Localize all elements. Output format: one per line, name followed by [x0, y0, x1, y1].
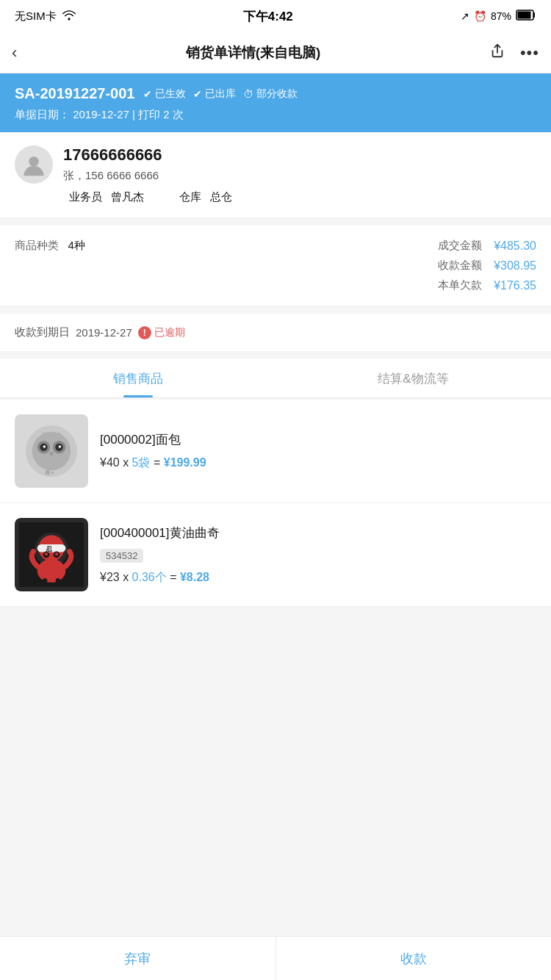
- product-image-2: 忍: [15, 518, 88, 591]
- product-info-1: [0000002]面包 ¥40 x 5袋 = ¥199.99: [100, 431, 536, 471]
- product-price-2: ¥23 x 0.36个 = ¥8.28: [100, 570, 536, 586]
- svg-point-10: [59, 445, 62, 448]
- received-row: 收款金额 ¥308.95: [438, 259, 536, 273]
- status-bar: 无SIM卡 下午4:42 ↗ ⏰ 87%: [0, 0, 551, 32]
- status-right: ↗ ⏰ 87%: [461, 10, 536, 23]
- received-label: 收款金额: [438, 259, 482, 273]
- svg-rect-1: [517, 12, 530, 19]
- tab-settlement[interactable]: 结算&物流等: [276, 359, 551, 397]
- product-total-2: ¥8.28: [180, 571, 209, 583]
- product-price-1: ¥40 x 5袋 = ¥199.99: [100, 455, 536, 471]
- customer-section: 17666666666 张，156 6666 6666 业务员 曾凡杰 仓库 总…: [0, 132, 551, 218]
- debt-row: 本单欠款 ¥176.35: [438, 278, 536, 292]
- battery-label: 87%: [491, 10, 511, 22]
- overdue-icon: !: [138, 326, 151, 339]
- product-unit-price-2: ¥23 x: [100, 571, 132, 583]
- status-left: 无SIM卡: [15, 10, 76, 24]
- tab-products[interactable]: 销售商品: [0, 359, 276, 397]
- svg-point-9: [43, 445, 46, 448]
- product-qty-2: 0.36个: [132, 571, 167, 583]
- overdue-text: 已逾期: [154, 326, 185, 339]
- print-separator: |: [132, 108, 138, 120]
- customer-phone: 17666666666: [63, 145, 536, 165]
- confirm-button[interactable]: 收款: [276, 937, 552, 980]
- order-header: SA-20191227-001 ✔ 已生效 ✔ 已出库 ⏱ 部分收款 单据日期：…: [0, 73, 551, 132]
- badge-partial: ⏱ 部分收款: [243, 87, 298, 101]
- product-total-1: ¥199.99: [164, 456, 206, 469]
- clock-icon: ⏱: [243, 88, 253, 100]
- salesperson-label: 业务员: [69, 190, 102, 203]
- product-qty-1: 5袋: [132, 456, 151, 469]
- amount-label: 成交金额: [438, 239, 482, 253]
- product-thumbnail-2: 忍: [15, 518, 88, 591]
- product-item-2: 忍 [000400001]黄油曲奇 5: [0, 503, 551, 607]
- amount-value: ¥485.30: [494, 239, 536, 253]
- overdue-badge: ! 已逾期: [138, 326, 185, 339]
- check-icon-2: ✔: [193, 88, 202, 100]
- badge-effective: ✔ 已生效: [143, 87, 186, 101]
- check-icon-1: ✔: [143, 88, 152, 100]
- due-date-value: 2019-12-27: [76, 326, 132, 339]
- customer-info: 17666666666 张，156 6666 6666 业务员 曾凡杰 仓库 总…: [63, 145, 536, 204]
- nav-bar: ‹ 销货单详情(来自电脑) •••: [0, 32, 551, 73]
- warehouse-value: 总仓: [210, 190, 232, 203]
- status-time: 下午4:42: [243, 8, 293, 25]
- type-label: 商品种类: [15, 239, 59, 251]
- order-id: SA-20191227-001: [15, 85, 134, 102]
- received-value: ¥308.95: [494, 259, 536, 273]
- svg-point-21: [37, 559, 66, 583]
- customer-name: 张，156 6666 6666: [63, 169, 536, 183]
- cancel-button[interactable]: 弃审: [0, 937, 276, 980]
- share-icon[interactable]: [489, 43, 505, 63]
- location-icon: ↗: [461, 10, 469, 22]
- due-date-section: 收款到期日 2019-12-27 ! 已逾期: [0, 314, 551, 351]
- debt-value: ¥176.35: [494, 279, 536, 292]
- summary-right: 成交金额 ¥485.30 收款金额 ¥308.95 本单欠款 ¥176.35: [438, 239, 536, 292]
- order-date-row: 单据日期： 2019-12-27 | 打印 2 次: [15, 108, 536, 122]
- tabs-section: 销售商品 结算&物流等: [0, 359, 551, 398]
- bottom-bar: 弃审 收款: [0, 936, 551, 980]
- product-types-row: 商品种类 4种: [15, 239, 85, 253]
- alarm-icon: ⏰: [474, 10, 486, 22]
- svg-text:忍: 忍: [46, 546, 53, 552]
- svg-point-19: [45, 552, 48, 555]
- page-title: 销货单详情(来自电脑): [186, 43, 321, 62]
- print-count: 2: [163, 108, 169, 120]
- due-date-label: 收款到期日: [15, 325, 70, 339]
- customer-meta: 业务员 曾凡杰 仓库 总仓: [63, 190, 536, 204]
- product-unit-price-1: ¥40 x: [100, 456, 132, 469]
- sim-label: 无SIM卡: [15, 10, 57, 24]
- svg-point-20: [55, 552, 58, 555]
- type-value: 4种: [68, 239, 84, 251]
- back-button[interactable]: ‹: [12, 43, 17, 62]
- product-tag-2: 534532: [100, 549, 143, 563]
- print-label: 打印: [138, 108, 160, 120]
- date-label: 单据日期：: [15, 108, 70, 120]
- wifi-icon: [62, 10, 76, 23]
- status-badges: ✔ 已生效 ✔ 已出库 ⏱ 部分收款: [143, 87, 298, 101]
- salesperson-item: 业务员 曾凡杰: [63, 190, 144, 204]
- product-info-2: [000400001]黄油曲奇 534532 ¥23 x 0.36个 = ¥8.…: [100, 525, 536, 586]
- warehouse-label: 仓库: [179, 190, 201, 203]
- nav-actions: •••: [489, 43, 539, 63]
- product-name-1: [0000002]面包: [100, 431, 536, 448]
- product-image-1: 兽+: [15, 414, 88, 488]
- more-icon[interactable]: •••: [520, 43, 539, 62]
- product-name-2: [000400001]黄油曲奇: [100, 525, 536, 541]
- product-item-1: 兽+ [0000002]面包 ¥40 x 5袋 = ¥199.99: [0, 400, 551, 503]
- print-suffix: 次: [173, 108, 184, 120]
- summary-section: 商品种类 4种 成交金额 ¥485.30 收款金额 ¥308.95 本单欠款 ¥…: [0, 226, 551, 306]
- debt-label: 本单欠款: [438, 278, 482, 292]
- warehouse-item: 仓库 总仓: [173, 190, 232, 204]
- products-section: 兽+ [0000002]面包 ¥40 x 5袋 = ¥199.99 忍: [0, 400, 551, 607]
- svg-text:兽+: 兽+: [45, 469, 54, 476]
- customer-avatar: [15, 145, 53, 184]
- battery-icon: [516, 10, 536, 23]
- svg-point-2: [29, 156, 39, 167]
- amount-row: 成交金额 ¥485.30: [438, 239, 536, 253]
- summary-left: 商品种类 4种: [15, 239, 85, 253]
- date-value: 2019-12-27: [73, 108, 129, 120]
- salesperson-value: 曾凡杰: [111, 190, 144, 203]
- badge-shipped: ✔ 已出库: [193, 87, 236, 101]
